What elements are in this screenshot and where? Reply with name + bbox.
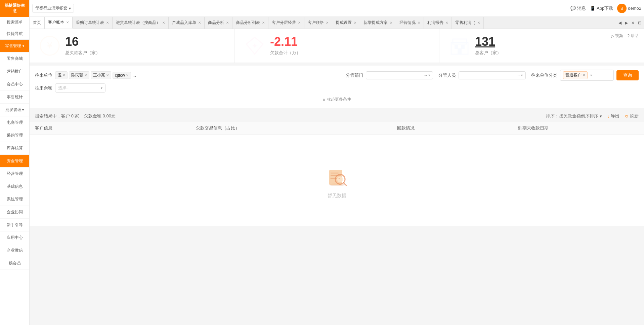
tab-profit-report[interactable]: 利润报告 ✕ (424, 17, 452, 29)
sidebar-item-retail-stats[interactable]: 零售统计 (0, 91, 29, 104)
sidebar-item-wholesale[interactable]: 批发管理 ▾ (0, 104, 29, 116)
unit-tag-wang-close[interactable]: ✕ (106, 73, 109, 77)
dept-filter-select[interactable]: ··· ▾ (366, 71, 433, 79)
export-icon: ↓ (607, 114, 610, 119)
sidebar-item-retail[interactable]: 零售管理 ▾ (0, 40, 29, 52)
main-area: 母婴行业演示帐套 ▾ 💬 消息 📱 App下载 d demo2 (30, 0, 644, 325)
svg-rect-12 (330, 175, 340, 176)
tab-inventory-stats[interactable]: 进货单统计表（按商品） ✕ (113, 17, 169, 29)
tab-close-customer-tier[interactable]: ✕ (298, 21, 301, 25)
stats-row: ¥ 16 总欠款客户（家） ✦ (30, 29, 644, 63)
tab-product-analysis[interactable]: 商品分析 ✕ (205, 17, 232, 29)
sidebar-app-center-label: 应用中心 (7, 235, 23, 240)
sidebar-item-inventory[interactable]: 库存核算 (0, 142, 29, 155)
balance-filter-select[interactable]: 选择... ▾ (55, 83, 105, 93)
sidebar-purchase-label: 采购管理 (7, 133, 23, 138)
tab-close-purchase[interactable]: ✕ (106, 21, 109, 25)
tab-retail-profit[interactable]: 零售利润（ ✕ (452, 17, 484, 29)
tab-close-production[interactable]: ✕ (198, 21, 201, 25)
diamond-icon: ✦ (245, 36, 265, 56)
tab-raise-settings[interactable]: 提成设置 ✕ (332, 17, 360, 29)
tab-close-product-analysis-list[interactable]: ✕ (262, 21, 265, 25)
sidebar-item-app-center[interactable]: 应用中心 (0, 231, 29, 244)
search-menu[interactable]: 搜索菜单 (0, 17, 29, 28)
unit-tag-chen-close[interactable]: ✕ (84, 73, 87, 77)
chevron-down-icon: ▾ (69, 6, 71, 11)
account-selector[interactable]: 母婴行业演示帐套 ▾ (32, 4, 74, 13)
sidebar-item-marketing[interactable]: 营销推广 (0, 65, 29, 78)
person-filter-dots[interactable]: ··· (516, 73, 520, 78)
tab-home[interactable]: 首页 (30, 17, 45, 29)
result-count-unit: 家 (75, 113, 79, 118)
sidebar-item-vip[interactable]: 畅会员 (0, 257, 29, 270)
sidebar-item-member[interactable]: 会员中心 (0, 78, 29, 91)
sidebar-item-enterprise[interactable]: 企业协同 (0, 206, 29, 219)
collapse-btn[interactable]: ∧ 收起更多条件 (35, 95, 639, 104)
app-download-button[interactable]: 📱 App下载 (590, 5, 613, 11)
unit-type-select[interactable]: 普通客户 ✕ ▾ (560, 70, 614, 81)
export-button[interactable]: ↓ 导出 (607, 113, 620, 119)
person-filter-select[interactable]: ··· ▾ (459, 71, 526, 79)
video-link[interactable]: ▷ 视频 (611, 33, 623, 39)
tab-close-all[interactable]: ✕ (630, 20, 636, 26)
unit-type-tag-normal[interactable]: 普通客户 ✕ (563, 71, 588, 79)
sort-select[interactable]: 排序：按欠款金额倒序排序 ▾ (546, 113, 602, 119)
unit-tag-cjttcw-close[interactable]: ✕ (126, 73, 129, 77)
tab-close-customer-contact[interactable]: ✕ (326, 21, 329, 25)
unit-tag-more[interactable]: ... (132, 73, 136, 78)
tab-purchase-order[interactable]: 采购订单统计表 ✕ (73, 17, 113, 29)
unit-tag-cjttcw[interactable]: cjttcw ✕ (113, 72, 131, 79)
sidebar-item-finance[interactable]: 资金管理 (0, 155, 29, 168)
sidebar-item-wechat[interactable]: 企业微信 (0, 244, 29, 257)
tab-maximize[interactable]: ⊡ (637, 20, 643, 26)
message-label: 消息 (577, 5, 586, 11)
sidebar-item-system[interactable]: 系统管理 (0, 193, 29, 206)
tab-new-raise[interactable]: 新增提成方案 ✕ (360, 17, 396, 29)
sidebar-item-purchase[interactable]: 采购管理 (0, 129, 29, 142)
query-button[interactable]: 查询 (616, 70, 639, 80)
tab-prev-arrow[interactable]: ◀ (617, 20, 623, 26)
unit-tag-chen[interactable]: 陈民强 ✕ (69, 71, 89, 79)
sidebar-basic-info-label: 基础信息 (7, 184, 23, 189)
help-icon: ? (627, 34, 630, 38)
help-link[interactable]: ? 帮助 (627, 33, 639, 39)
refresh-button[interactable]: ↻ 刷新 (625, 113, 639, 119)
unit-tag-wu[interactable]: 伍 ✕ (55, 71, 68, 79)
message-button[interactable]: 💬 消息 (570, 5, 586, 11)
top-bar-right: 💬 消息 📱 App下载 d demo2 (570, 4, 641, 13)
download-icon: 📱 (590, 6, 595, 11)
tab-next-arrow[interactable]: ▶ (624, 20, 629, 26)
tab-close-retail-profit[interactable]: ✕ (477, 21, 480, 25)
tab-close-accounts[interactable]: ✕ (66, 21, 69, 24)
tab-accounts[interactable]: 客户账本 ✕ (45, 17, 73, 29)
unit-tag-wu-close[interactable]: ✕ (62, 73, 65, 77)
sidebar-item-retail-mall[interactable]: 零售商城 (0, 52, 29, 65)
sidebar-item-new-guide[interactable]: 新手引导 (0, 219, 29, 231)
user-menu[interactable]: d demo2 (617, 4, 641, 13)
unit-type-tag-close[interactable]: ✕ (583, 73, 585, 77)
app-download-label: App下载 (597, 5, 613, 11)
tab-close-operation[interactable]: ✕ (418, 21, 420, 25)
dept-filter-dots[interactable]: ··· (424, 73, 427, 78)
tab-operation[interactable]: 经营情况 ✕ (396, 17, 424, 29)
stat-total-customers-info: 131 总客户（家） (475, 36, 501, 56)
tab-product-analysis-list[interactable]: 商品分析列表 ✕ (232, 17, 268, 29)
sidebar-retail-stats-label: 零售统计 (7, 95, 23, 99)
tab-close-product-analysis[interactable]: ✕ (226, 21, 229, 25)
tab-close-inventory[interactable]: ✕ (162, 21, 165, 25)
unit-type-chevron-icon: ▾ (590, 73, 592, 77)
tab-close-profit-report[interactable]: ✕ (445, 21, 448, 25)
unit-tag-wang[interactable]: 王小亮 ✕ (91, 71, 111, 79)
table-col-due-date: 到期未收款日期 (518, 125, 639, 131)
sidebar-item-operations[interactable]: 经营管理 (0, 168, 29, 180)
tab-close-new-raise[interactable]: ✕ (390, 21, 392, 25)
tab-production-in[interactable]: 产成品入库单 ✕ (169, 17, 205, 29)
tab-customer-tier[interactable]: 客户分层经营 ✕ (268, 17, 304, 29)
dept-filter-label: 分管部门 (346, 72, 363, 78)
result-count: 0 (71, 113, 74, 118)
sidebar-item-basic-info[interactable]: 基础信息 (0, 180, 29, 193)
tab-close-raise-settings[interactable]: ✕ (354, 21, 356, 25)
sidebar-item-ecommerce[interactable]: 电商管理 (0, 116, 29, 129)
tab-customer-contact[interactable]: 客户联络 ✕ (304, 17, 332, 29)
quick-nav[interactable]: 快捷导航 (0, 28, 29, 40)
